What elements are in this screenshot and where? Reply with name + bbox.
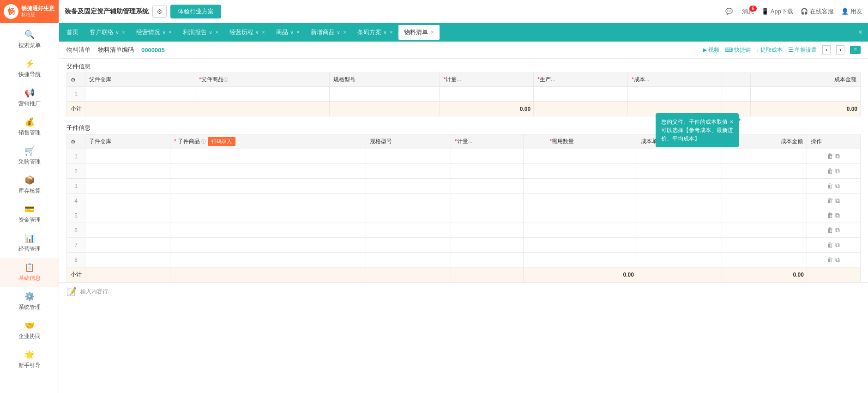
delete-icon[interactable]: 🗑 <box>827 182 833 190</box>
child-spec-cell[interactable] <box>366 253 451 267</box>
delete-icon[interactable]: 🗑 <box>827 212 833 219</box>
tab-goods[interactable]: 商品 ∨ × <box>271 25 305 40</box>
tab-newgoods[interactable]: 新增商品 ∨ × <box>305 25 352 40</box>
tooltip-close-btn[interactable]: × <box>730 118 733 126</box>
copy-icon[interactable]: ⧉ <box>835 197 840 205</box>
sidebar-item-inventory[interactable]: 📦 库存核算 <box>0 170 59 200</box>
child-product-cell[interactable] <box>170 238 366 253</box>
copy-icon[interactable]: ⧉ <box>835 241 840 249</box>
child-unit-cost-cell[interactable] <box>637 149 722 164</box>
child-qty-cell[interactable] <box>546 179 637 193</box>
parent-cost-amount-cell[interactable] <box>751 87 861 102</box>
delete-icon[interactable]: 🗑 <box>827 152 833 160</box>
copy-icon[interactable]: ⧉ <box>835 182 840 190</box>
child-cost-amount-cell[interactable] <box>722 149 807 164</box>
notification-area[interactable]: 💬 6 消息 <box>725 7 754 16</box>
tab-goods-close[interactable]: × <box>296 29 300 36</box>
child-unit-cell[interactable] <box>451 193 524 208</box>
child-unit-cell[interactable] <box>451 253 524 267</box>
child-warehouse-cell[interactable] <box>85 253 170 267</box>
child-unit-cell[interactable] <box>451 164 524 179</box>
parent-col-settings[interactable]: ⚙ <box>67 73 85 87</box>
tab-barcode[interactable]: 条码方案 ∨ × <box>352 25 398 40</box>
delete-icon[interactable]: 🗑 <box>827 241 833 249</box>
parent-spec-cell[interactable] <box>330 87 440 102</box>
child-cost-amount-cell[interactable] <box>722 223 807 238</box>
app-download-btn[interactable]: 📱 App下载 <box>761 7 793 16</box>
scan-input-btn[interactable]: 扫码录入 <box>208 137 235 146</box>
child-qty-cell[interactable] <box>546 238 637 253</box>
child-col-settings[interactable]: ⚙ <box>67 134 85 149</box>
child-warehouse-cell[interactable] <box>85 149 170 164</box>
tab-customer[interactable]: 客户联络 ∨ × <box>84 25 131 40</box>
delete-icon[interactable]: 🗑 <box>827 197 833 205</box>
child-spec-cell[interactable] <box>366 193 451 208</box>
parent-product-cell[interactable] <box>195 87 330 102</box>
parent-production-cell[interactable] <box>534 87 628 102</box>
child-cost-amount-cell[interactable] <box>722 179 807 193</box>
parent-cost-cell[interactable] <box>628 87 722 102</box>
child-cost-amount-cell[interactable] <box>722 253 807 267</box>
child-qty-cell[interactable] <box>546 193 637 208</box>
child-unit-cost-cell[interactable] <box>637 208 722 223</box>
single-settings-btn[interactable]: ☰ 单据设置 <box>788 46 817 54</box>
try-plan-button[interactable]: 体验行业方案 <box>170 5 221 18</box>
child-cost-amount-cell[interactable] <box>722 208 807 223</box>
tab-bom[interactable]: 物料清单 × <box>398 25 440 40</box>
copy-icon[interactable]: ⧉ <box>835 226 840 234</box>
child-warehouse-cell[interactable] <box>85 208 170 223</box>
child-qty-cell[interactable] <box>546 149 637 164</box>
child-spec-cell[interactable] <box>366 208 451 223</box>
child-qty-cell[interactable] <box>546 208 637 223</box>
child-unit-cost-cell[interactable] <box>637 193 722 208</box>
sidebar-item-guide[interactable]: 🌟 新手引导 <box>0 345 59 374</box>
tab-operations-close[interactable]: × <box>169 29 172 36</box>
child-spec-cell[interactable] <box>366 179 451 193</box>
tab-history-close[interactable]: × <box>262 29 265 36</box>
copy-icon[interactable]: ⧉ <box>835 167 840 175</box>
copy-icon[interactable]: ⧉ <box>835 256 840 264</box>
child-unit-cost-cell[interactable] <box>637 223 722 238</box>
shortcut-btn[interactable]: ⌨ 快捷键 <box>725 46 751 54</box>
tab-operations[interactable]: 经营情况 ∨ × <box>131 25 177 40</box>
child-warehouse-cell[interactable] <box>85 238 170 253</box>
sidebar-item-marketing[interactable]: 📢 营销推广 <box>0 83 59 112</box>
tab-bom-close[interactable]: × <box>431 29 434 36</box>
list-view-btn[interactable]: ≡ <box>850 46 861 54</box>
tab-area-close[interactable]: × <box>855 28 866 36</box>
child-spec-cell[interactable] <box>366 238 451 253</box>
child-unit-cell[interactable] <box>451 149 524 164</box>
child-spec-cell[interactable] <box>366 164 451 179</box>
child-unit-cost-cell[interactable] <box>637 238 722 253</box>
child-warehouse-cell[interactable] <box>85 164 170 179</box>
sidebar-item-system[interactable]: ⚙️ 系统管理 <box>0 287 59 316</box>
extract-cost-btn[interactable]: ↓ 提取成本 <box>756 46 783 54</box>
tab-profit-close[interactable]: × <box>215 29 218 36</box>
child-unit-cell[interactable] <box>451 223 524 238</box>
child-cost-amount-cell[interactable] <box>722 164 807 179</box>
child-warehouse-cell[interactable] <box>85 223 170 238</box>
child-product-cell[interactable] <box>170 253 366 267</box>
tab-home[interactable]: 首页 <box>61 25 84 40</box>
tab-barcode-close[interactable]: × <box>390 29 393 36</box>
child-product-cell[interactable] <box>170 164 366 179</box>
nav-prev-btn[interactable]: ‹ <box>822 45 831 54</box>
child-qty-cell[interactable] <box>546 253 637 267</box>
child-spec-cell[interactable] <box>366 223 451 238</box>
sidebar-item-quicknav[interactable]: ⚡ 快捷导航 <box>0 54 59 83</box>
sidebar-item-basic[interactable]: 📋 基础信息 <box>0 258 59 287</box>
child-product-cell[interactable] <box>170 223 366 238</box>
delete-icon[interactable]: 🗑 <box>827 226 833 234</box>
parent-warehouse-cell[interactable] <box>85 87 195 102</box>
child-qty-cell[interactable] <box>546 164 637 179</box>
child-product-cell[interactable] <box>170 149 366 164</box>
tab-history[interactable]: 经营历程 ∨ × <box>224 25 271 40</box>
child-product-cell[interactable] <box>170 193 366 208</box>
child-qty-cell[interactable] <box>546 223 637 238</box>
child-product-cell[interactable] <box>170 208 366 223</box>
view-video-btn[interactable]: ▶ 视频 <box>703 46 719 54</box>
child-unit-cost-cell[interactable] <box>637 164 722 179</box>
gear-button[interactable]: ⚙ <box>152 6 167 18</box>
child-unit-cell[interactable] <box>451 238 524 253</box>
parent-unit-cell[interactable] <box>440 87 534 102</box>
